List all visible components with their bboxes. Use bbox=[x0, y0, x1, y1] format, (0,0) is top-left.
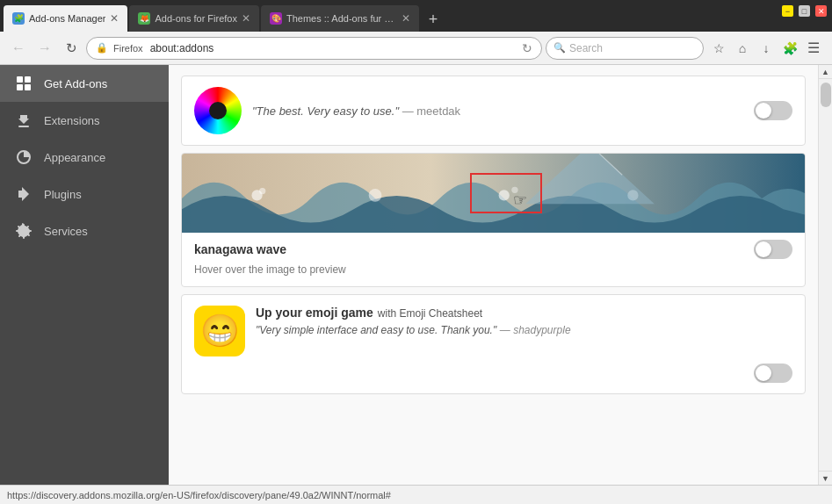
addon2-toggle[interactable] bbox=[754, 240, 792, 259]
toolbar: ← → ↻ 🔒 Firefox about:addons ↻ 🔍 Search … bbox=[0, 32, 832, 65]
bookmarks-button[interactable]: ☆ bbox=[707, 37, 730, 60]
browser-window: − □ ✕ 🧩 Add-ons Manager ✕ 🦊 Add-ons for … bbox=[0, 0, 832, 504]
addon-card-2: ☞ kanagawa wave Hover over the image to … bbox=[181, 153, 806, 287]
sidebar-item-services-label: Services bbox=[44, 225, 88, 238]
scrollbar-thumb[interactable] bbox=[821, 83, 831, 107]
addon3-toggle[interactable] bbox=[754, 364, 792, 383]
content-wrapper: "The best. Very easy to use." — meetdak bbox=[169, 65, 832, 485]
address-bar[interactable]: 🔒 Firefox about:addons ↻ bbox=[86, 37, 542, 60]
emoji-toggle-row bbox=[182, 364, 805, 393]
svg-point-9 bbox=[259, 188, 265, 194]
sidebar-item-plugins-label: Plugins bbox=[44, 188, 82, 201]
main-area: Get Add-ons Extensions bbox=[0, 65, 832, 485]
wave-selection-box bbox=[470, 173, 542, 213]
toggle2-knob bbox=[756, 241, 771, 257]
tab-themes[interactable]: 🎨 Themes :: Add-ons fur Fir... ✕ bbox=[261, 5, 419, 32]
tab-addons-manager[interactable]: 🧩 Add-ons Manager ✕ bbox=[4, 5, 127, 32]
browser-top: − □ ✕ 🧩 Add-ons Manager ✕ 🦊 Add-ons for … bbox=[0, 0, 832, 32]
tab-addons-firefox[interactable]: 🦊 Add-ons for Firefox ✕ bbox=[129, 5, 259, 32]
addons-button[interactable]: 🧩 bbox=[778, 37, 801, 60]
wave-subtitle: Hover over the image to preview bbox=[182, 263, 805, 286]
sidebar-item-get-addons[interactable]: Get Add-ons bbox=[0, 65, 169, 102]
svg-rect-0 bbox=[17, 76, 23, 83]
emoji-quote: "Very simple interface and easy to use. … bbox=[256, 324, 496, 336]
addon1-icon bbox=[194, 87, 242, 134]
sidebar: Get Add-ons Extensions bbox=[0, 65, 169, 485]
lock-icon: 🔒 bbox=[96, 42, 108, 54]
svg-rect-3 bbox=[25, 84, 31, 90]
svg-point-10 bbox=[369, 189, 382, 202]
wave-title-row: kanagawa wave bbox=[182, 233, 805, 263]
new-tab-button[interactable]: + bbox=[421, 7, 445, 32]
downloads-button[interactable]: ↓ bbox=[755, 37, 778, 60]
settings-button[interactable]: ☰ bbox=[802, 37, 825, 60]
minimize-button[interactable]: − bbox=[782, 5, 793, 17]
close-button[interactable]: ✕ bbox=[815, 5, 827, 17]
status-url: https://discovery.addons.mozilla.org/en-… bbox=[7, 490, 391, 500]
extensions-icon bbox=[14, 111, 33, 130]
get-addons-icon bbox=[14, 74, 33, 93]
tab3-close-icon[interactable]: ✕ bbox=[402, 12, 410, 25]
sidebar-item-appearance[interactable]: Appearance bbox=[0, 139, 169, 176]
refresh-button[interactable]: ↻ bbox=[60, 37, 83, 60]
tab2-title: Add-ons for Firefox bbox=[155, 13, 237, 24]
tab3-title: Themes :: Add-ons fur Fir... bbox=[286, 13, 397, 24]
window-controls: − □ ✕ bbox=[782, 5, 827, 17]
tab-title: Add-ons Manager bbox=[29, 13, 105, 24]
wave-title: kanagawa wave bbox=[194, 242, 754, 256]
services-icon bbox=[14, 221, 33, 241]
content-scroll[interactable]: "The best. Very easy to use." — meetdak bbox=[169, 65, 818, 485]
forward-button[interactable]: → bbox=[33, 37, 56, 60]
addon1-author: — meetdak bbox=[402, 104, 460, 118]
emoji-card-inner: 😁 Up your emoji game with Emoji Cheatshe… bbox=[182, 295, 805, 364]
scrollbar: ▲ ▼ bbox=[818, 65, 832, 485]
sidebar-item-extensions[interactable]: Extensions bbox=[0, 102, 169, 139]
sidebar-item-plugins[interactable]: Plugins bbox=[0, 176, 169, 212]
sidebar-item-get-addons-label: Get Add-ons bbox=[44, 77, 107, 90]
back-button[interactable]: ← bbox=[7, 37, 30, 60]
toggle1-knob bbox=[756, 103, 771, 119]
maximize-button[interactable]: □ bbox=[799, 5, 810, 17]
addon-card-3: 😁 Up your emoji game with Emoji Cheatshe… bbox=[181, 294, 806, 394]
scrollbar-down-arrow[interactable]: ▼ bbox=[819, 471, 833, 485]
tab-close-icon[interactable]: ✕ bbox=[110, 12, 119, 25]
sidebar-item-appearance-label: Appearance bbox=[44, 151, 105, 164]
wave-image: ☞ bbox=[182, 154, 805, 233]
home-button[interactable]: ⌂ bbox=[731, 37, 754, 60]
address-text: about:addons bbox=[150, 42, 517, 54]
status-bar: https://discovery.addons.mozilla.org/en-… bbox=[0, 485, 832, 504]
refresh-address-icon[interactable]: ↻ bbox=[522, 41, 532, 55]
svg-rect-4 bbox=[18, 126, 29, 127]
tab2-icon: 🦊 bbox=[138, 12, 150, 25]
search-placeholder: Search bbox=[569, 42, 603, 54]
browser-label: Firefox bbox=[113, 43, 143, 54]
emoji-subtitle: with Emoji Cheatsheet bbox=[378, 307, 482, 320]
tab-icon: 🧩 bbox=[12, 12, 25, 25]
search-box[interactable]: 🔍 Search bbox=[546, 37, 704, 60]
emoji-author: — shadypurple bbox=[500, 324, 571, 336]
addon-card-1: "The best. Very easy to use." — meetdak bbox=[181, 76, 806, 146]
tab-bar: 🧩 Add-ons Manager ✕ 🦊 Add-ons for Firefo… bbox=[0, 0, 832, 32]
addon1-info: "The best. Very easy to use." — meetdak bbox=[252, 104, 743, 118]
toolbar-actions: ☆ ⌂ ↓ 🧩 ☰ bbox=[707, 37, 825, 60]
appearance-icon bbox=[14, 148, 33, 167]
plugins-icon bbox=[14, 184, 33, 204]
sidebar-item-services[interactable]: Services bbox=[0, 212, 169, 249]
tab3-icon: 🎨 bbox=[270, 12, 282, 25]
tab2-close-icon[interactable]: ✕ bbox=[242, 12, 250, 25]
svg-rect-1 bbox=[25, 76, 31, 83]
emoji-info: Up your emoji game with Emoji Cheatsheet… bbox=[256, 306, 792, 356]
emoji-icon: 😁 bbox=[194, 306, 245, 356]
scrollbar-track bbox=[819, 79, 832, 471]
emoji-title: Up your emoji game bbox=[256, 306, 373, 320]
sidebar-item-extensions-label: Extensions bbox=[44, 114, 100, 127]
search-icon: 🔍 bbox=[553, 42, 566, 54]
scrollbar-up-arrow[interactable]: ▲ bbox=[819, 65, 833, 79]
addon1-toggle[interactable] bbox=[754, 101, 792, 120]
addon1-quote: "The best. Very easy to use." bbox=[252, 104, 399, 118]
svg-rect-2 bbox=[17, 84, 23, 90]
toggle3-knob bbox=[756, 365, 771, 381]
